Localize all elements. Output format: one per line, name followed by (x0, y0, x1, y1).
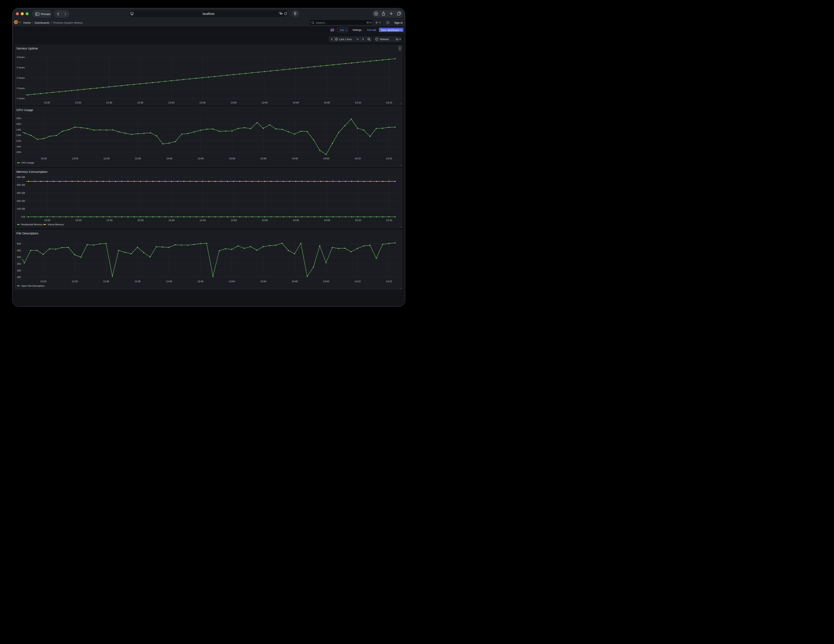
svg-text:13:55: 13:55 (262, 219, 268, 221)
svg-text:CPU Usage: CPU Usage (16, 108, 33, 112)
svg-text:14:10: 14:10 (354, 280, 361, 282)
svg-text:13:20: 13:20 (44, 219, 50, 221)
svg-text:13:35: 13:35 (137, 101, 143, 104)
svg-text:13:50: 13:50 (231, 101, 237, 104)
svg-text:13:40: 13:40 (168, 101, 175, 104)
svg-text:250: 250 (17, 276, 21, 278)
svg-text:300: 300 (17, 269, 21, 272)
svg-text:13:55: 13:55 (260, 157, 267, 160)
svg-text:12%: 12% (16, 140, 21, 142)
svg-text:14:00: 14:00 (292, 280, 298, 282)
svg-text:14:10: 14:10 (354, 157, 361, 160)
svg-text:13:20: 13:20 (44, 101, 50, 104)
svg-text:13:45: 13:45 (198, 157, 204, 160)
svg-text:14:10: 14:10 (355, 219, 361, 221)
svg-text:13:50: 13:50 (231, 219, 237, 221)
svg-text:11%: 11% (16, 145, 21, 148)
svg-text:14%: 14% (16, 128, 21, 131)
svg-text:14:05: 14:05 (324, 101, 330, 104)
svg-text:Service Uptime: Service Uptime (16, 47, 38, 50)
svg-text:200 GB: 200 GB (17, 200, 25, 202)
svg-text:10%: 10% (16, 151, 21, 153)
svg-text:13:55: 13:55 (260, 280, 267, 282)
svg-text:500 GB: 500 GB (17, 176, 25, 178)
svg-text:16%: 16% (16, 117, 21, 120)
svg-text:0 B: 0 B (21, 216, 25, 218)
svg-text:13:30: 13:30 (106, 101, 112, 104)
svg-text:14:05: 14:05 (323, 157, 330, 160)
svg-text:13:45: 13:45 (200, 219, 206, 221)
svg-text:13:50: 13:50 (229, 280, 235, 282)
svg-text:14:15: 14:15 (386, 219, 392, 221)
svg-text:14:05: 14:05 (324, 219, 330, 221)
svg-text:Virtual Memory: Virtual Memory (48, 223, 64, 226)
svg-text:14:15: 14:15 (386, 280, 392, 282)
svg-text:File Descriptors: File Descriptors (16, 231, 39, 235)
svg-text:1 hours: 1 hours (17, 97, 25, 100)
svg-text:13:40: 13:40 (169, 219, 175, 221)
svg-text:450: 450 (17, 249, 21, 252)
svg-text:Residential Memory: Residential Memory (21, 223, 43, 226)
svg-text:13:25: 13:25 (72, 280, 78, 282)
svg-text:13:55: 13:55 (262, 101, 268, 104)
svg-text:14:00: 14:00 (293, 101, 299, 104)
svg-text:2 hours: 2 hours (17, 66, 25, 69)
svg-text:13:25: 13:25 (72, 157, 78, 160)
svg-text:?: ? (387, 22, 388, 24)
svg-text:文: 文 (280, 13, 282, 14)
svg-text:350: 350 (17, 263, 21, 265)
svg-text:13:45: 13:45 (199, 101, 205, 104)
svg-text:13:30: 13:30 (107, 219, 113, 221)
svg-text:500: 500 (17, 242, 21, 245)
svg-text:100 GB: 100 GB (17, 208, 25, 210)
svg-text:Memory Consumption: Memory Consumption (16, 170, 48, 173)
svg-text:Open File Descriptors: Open File Descriptors (21, 284, 45, 287)
svg-text:13:30: 13:30 (103, 280, 109, 282)
svg-text:14:10: 14:10 (355, 101, 361, 104)
svg-text:CPU Usage: CPU Usage (21, 161, 34, 164)
svg-text:13:35: 13:35 (137, 219, 144, 221)
svg-text:400 GB: 400 GB (17, 184, 25, 186)
svg-text:13%: 13% (16, 134, 21, 137)
svg-text:13:35: 13:35 (135, 157, 141, 160)
svg-text:2 hours: 2 hours (17, 77, 25, 79)
svg-text:14:15: 14:15 (386, 157, 392, 160)
svg-text:13:30: 13:30 (103, 157, 110, 160)
svg-text:13:35: 13:35 (135, 280, 141, 282)
svg-text:13:25: 13:25 (75, 101, 81, 104)
svg-text:13:20: 13:20 (40, 157, 47, 160)
svg-text:13:20: 13:20 (40, 280, 47, 282)
svg-text:14:00: 14:00 (293, 219, 299, 221)
svg-text:3 hours: 3 hours (17, 56, 25, 58)
svg-text:400: 400 (17, 256, 21, 258)
svg-text:13:40: 13:40 (166, 280, 172, 282)
svg-text:14:05: 14:05 (323, 280, 330, 282)
svg-text:14:00: 14:00 (292, 157, 298, 160)
svg-text:15%: 15% (16, 123, 21, 125)
svg-text:14:15: 14:15 (386, 101, 392, 104)
svg-text:13:40: 13:40 (166, 157, 173, 160)
svg-text:300 GB: 300 GB (17, 192, 25, 194)
svg-text:13:45: 13:45 (197, 280, 204, 282)
svg-text:13:25: 13:25 (75, 219, 81, 221)
svg-text:2 hours: 2 hours (17, 87, 25, 89)
svg-text:13:50: 13:50 (229, 157, 235, 160)
